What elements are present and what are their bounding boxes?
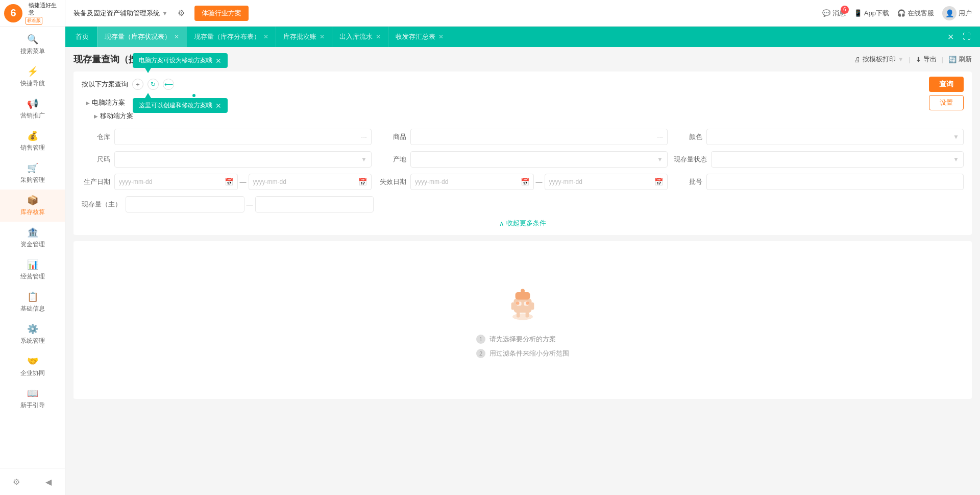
tooltip-1-close[interactable]: ✕ bbox=[215, 57, 222, 65]
batch-input[interactable] bbox=[706, 174, 964, 190]
sidebar-logo: 6 畅捷通好生意 标准版 bbox=[0, 0, 65, 27]
svg-point-11 bbox=[526, 301, 529, 304]
batch-label: 批号 bbox=[674, 177, 702, 186]
support-action[interactable]: 🎧 在线客服 bbox=[897, 9, 934, 18]
divider-1: | bbox=[909, 56, 910, 63]
filter-rows: 仓库 ··· 商品 ··· bbox=[82, 129, 964, 213]
empty-tip-2: 2 用过滤条件来缩小分析范围 bbox=[476, 349, 569, 358]
sidebar-item-system[interactable]: ⚙️ 系统管理 bbox=[0, 318, 65, 350]
scheme-arrow-desktop: ▶ bbox=[86, 100, 90, 106]
settings-bottom-btn[interactable]: ⚙ bbox=[8, 474, 24, 490]
export-icon: ⬇ bbox=[916, 56, 921, 63]
app-container: 6 畅捷通好生意 标准版 🔍 搜索菜单 ⚡ 快捷导航 📢 营销推广 💰 销售管理… bbox=[0, 0, 980, 495]
filter-field-goods: 商品 ··· bbox=[378, 129, 668, 145]
refresh-btn[interactable]: 🔄 刷新 bbox=[948, 55, 972, 64]
tooltip-2-close[interactable]: ✕ bbox=[215, 102, 222, 110]
stock-status-label: 现存量状态 bbox=[674, 155, 707, 164]
mfg-date-calendar-icon: 📅 bbox=[225, 178, 233, 186]
exp-date-from[interactable]: yyyy-mm-dd 📅 bbox=[410, 174, 534, 190]
search-nav-icon: 🔍 bbox=[27, 34, 38, 45]
tab-item-2[interactable]: 库存批次账 ✕ bbox=[276, 27, 332, 47]
size-select[interactable]: ▼ bbox=[114, 151, 372, 168]
query-btn[interactable]: 查询 bbox=[929, 77, 964, 92]
sidebar-item-operations[interactable]: 📊 经营管理 bbox=[0, 254, 65, 286]
exp-date-calendar-icon: 📅 bbox=[521, 178, 529, 186]
tab-close-2[interactable]: ✕ bbox=[320, 34, 325, 40]
sidebar-item-finance[interactable]: 🏦 资金管理 bbox=[0, 222, 65, 254]
tooltip-1: 电脑方案可设为移动方案哦 ✕ bbox=[133, 53, 228, 68]
tab-item-1[interactable]: 现存量（库存分布表） ✕ bbox=[186, 27, 276, 47]
exp-date-to[interactable]: yyyy-mm-dd 📅 bbox=[545, 174, 668, 190]
reset-btn[interactable]: 设置 bbox=[929, 95, 964, 110]
tab-right-btns: ✕ ⛶ bbox=[939, 30, 978, 44]
cycle-scheme-btn[interactable]: ↻ bbox=[148, 79, 159, 90]
size-label: 尺码 bbox=[82, 155, 110, 164]
print-btn[interactable]: 🖨 按模板打印 ▼ bbox=[854, 55, 903, 64]
stock-qty-group: — bbox=[126, 196, 374, 213]
search-nav-label: 搜索菜单 bbox=[20, 47, 45, 56]
tab-item-3[interactable]: 出入库流水 ✕ bbox=[332, 27, 388, 47]
collapse-bottom-btn[interactable]: ◀ bbox=[40, 474, 57, 490]
industry-btn[interactable]: 体验行业方案 bbox=[194, 6, 249, 21]
collapse-btn[interactable]: ∧ 收起更多条件 bbox=[499, 219, 546, 228]
logo-tag: 标准版 bbox=[26, 17, 42, 25]
operations-nav-icon: 📊 bbox=[27, 259, 38, 270]
color-select[interactable]: ▼ bbox=[706, 129, 964, 145]
sidebar-item-sales[interactable]: 💰 销售管理 bbox=[0, 125, 65, 157]
empty-tips: 1 请先选择要分析的方案 2 用过滤条件来缩小分析范围 bbox=[476, 335, 569, 358]
stock-qty-label: 现存量（主） bbox=[82, 200, 121, 209]
stock-nav-label: 库存核算 bbox=[20, 208, 45, 217]
marketing-nav-icon: 📢 bbox=[27, 98, 38, 109]
logo-icon: 6 bbox=[4, 4, 22, 22]
mfg-date-to-calendar-icon: 📅 bbox=[358, 178, 367, 186]
message-icon: 💬 bbox=[822, 9, 830, 17]
sidebar-item-guide[interactable]: 📖 新手引导 bbox=[0, 383, 65, 415]
print-dropdown-icon: ▼ bbox=[898, 56, 903, 62]
tab-close-0[interactable]: ✕ bbox=[174, 34, 179, 40]
tab-maximize-btn[interactable]: ⛶ bbox=[960, 30, 974, 44]
origin-label: 产地 bbox=[378, 155, 406, 164]
app-download-action[interactable]: 📱 App下载 bbox=[854, 9, 889, 18]
mfg-date-to[interactable]: yyyy-mm-dd 📅 bbox=[249, 174, 372, 190]
sidebar-item-enterprise[interactable]: 🤝 企业协同 bbox=[0, 350, 65, 383]
stock-qty-to[interactable] bbox=[255, 196, 374, 213]
refresh-icon: 🔄 bbox=[948, 56, 957, 63]
support-icon: 🎧 bbox=[897, 9, 905, 17]
tab-close-3[interactable]: ✕ bbox=[376, 34, 381, 40]
tab-label-0: 现存量（库存状况表） bbox=[105, 32, 171, 41]
export-btn[interactable]: ⬇ 导出 bbox=[916, 55, 937, 64]
message-action[interactable]: 💬 消息 6 bbox=[822, 9, 846, 18]
exp-date-from-placeholder: yyyy-mm-dd bbox=[415, 178, 448, 185]
warehouse-input[interactable]: ··· bbox=[114, 129, 372, 145]
header-settings-btn[interactable]: ⚙ bbox=[174, 6, 188, 20]
stock-status-select[interactable]: ▼ bbox=[711, 151, 964, 168]
origin-select[interactable]: ▼ bbox=[410, 151, 668, 168]
sidebar-item-basic[interactable]: 📋 基础信息 bbox=[0, 286, 65, 318]
add-scheme-btn[interactable]: ＋ bbox=[132, 79, 143, 90]
tab-collapse-btn[interactable]: ✕ bbox=[943, 30, 958, 44]
goods-input[interactable]: ··· bbox=[410, 129, 668, 145]
sidebar-item-marketing[interactable]: 📢 营销推广 bbox=[0, 93, 65, 125]
tab-close-1[interactable]: ✕ bbox=[263, 34, 268, 40]
mfg-date-separator: — bbox=[238, 178, 249, 186]
app-label: App下载 bbox=[864, 9, 889, 18]
sidebar-item-stock[interactable]: 📦 库存核算 bbox=[0, 190, 65, 222]
tab-label-3: 出入库流水 bbox=[339, 32, 373, 41]
back-scheme-btn[interactable]: ⟵ bbox=[163, 79, 174, 90]
tab-item-4[interactable]: 收发存汇总表 ✕ bbox=[388, 27, 451, 47]
tab-home[interactable]: 首页 bbox=[67, 27, 97, 47]
message-badge: 6 bbox=[841, 6, 849, 14]
user-action[interactable]: 👤 用户 bbox=[942, 6, 972, 20]
warehouse-label: 仓库 bbox=[82, 132, 110, 142]
mfg-date-from[interactable]: yyyy-mm-dd 📅 bbox=[114, 174, 238, 190]
tab-item-0[interactable]: 现存量（库存状况表） ✕ bbox=[97, 27, 186, 47]
system-dropdown-icon: ▼ bbox=[162, 10, 168, 17]
stock-qty-from[interactable] bbox=[126, 196, 244, 213]
system-select[interactable]: 装备及固定资产辅助管理系统 ▼ bbox=[74, 9, 168, 18]
stock-status-chevron-icon: ▼ bbox=[953, 156, 959, 163]
sidebar-item-nav[interactable]: ⚡ 快捷导航 bbox=[0, 61, 65, 93]
sidebar-item-purchase[interactable]: 🛒 采购管理 bbox=[0, 157, 65, 190]
title-actions: 🖨 按模板打印 ▼ | ⬇ 导出 | 🔄 刷新 bbox=[854, 55, 972, 64]
tab-close-4[interactable]: ✕ bbox=[438, 34, 444, 40]
sidebar-item-search[interactable]: 🔍 搜索菜单 bbox=[0, 29, 65, 61]
